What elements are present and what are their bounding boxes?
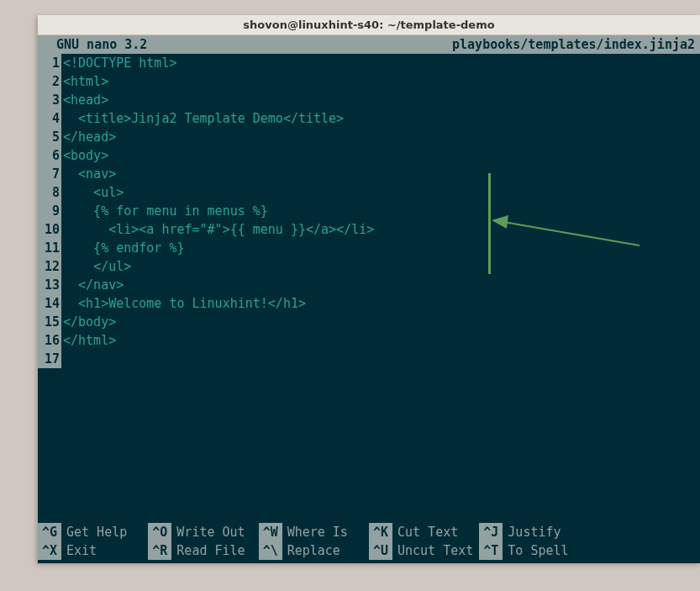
line-number: 16 (38, 331, 61, 350)
shortcut-label: To Spell (503, 541, 568, 560)
line-number: 9 (38, 202, 61, 220)
code-line[interactable]: 1<!DOCTYPE html> (38, 54, 700, 72)
code-text: {% endfor %} (61, 239, 185, 257)
code-text: <title>Jinja2 Template Demo</title> (61, 109, 344, 128)
shortcut-key: ^R (148, 541, 171, 560)
shortcut-label: Justify (503, 523, 561, 541)
line-number: 12 (38, 257, 61, 276)
code-text: {% for menu in menus %} (61, 202, 268, 220)
code-text: </html> (61, 331, 116, 350)
shortcut-item: ^JJustify (479, 523, 589, 541)
code-text: <body> (61, 146, 108, 165)
code-text: <html> (61, 72, 108, 91)
code-text (61, 350, 63, 368)
shortcut-key: ^U (369, 541, 392, 560)
line-number: 2 (38, 72, 61, 91)
shortcut-item: ^UUncut Text (369, 541, 479, 560)
shortcut-key: ^\ (259, 541, 282, 560)
line-number: 17 (38, 350, 61, 368)
editor-area[interactable]: 1<!DOCTYPE html>2<html>3<head>4 <title>J… (38, 54, 700, 523)
code-line[interactable]: 13 </nav> (38, 276, 700, 294)
shortcut-item: ^GGet Help (38, 523, 148, 541)
line-number: 5 (38, 128, 61, 146)
terminal-window: shovon@linuxhint-s40: ~/template-demo GN… (38, 15, 700, 563)
shortcut-item: ^OWrite Out (148, 523, 258, 541)
line-number: 7 (38, 165, 61, 183)
window-title: shovon@linuxhint-s40: ~/template-demo (243, 18, 494, 31)
shortcut-item: ^XExit (38, 541, 148, 560)
code-line[interactable]: 9 {% for menu in menus %} (38, 202, 700, 220)
window-titlebar: shovon@linuxhint-s40: ~/template-demo (38, 15, 700, 35)
shortcut-label: Read File (171, 541, 245, 560)
shortcut-key: ^W (259, 523, 282, 541)
shortcut-label: Write Out (171, 523, 245, 541)
code-text: </body> (61, 313, 116, 331)
code-line[interactable]: 6<body> (38, 146, 700, 165)
shortcut-key: ^J (479, 523, 503, 541)
shortcut-bar: ^GGet Help^OWrite Out^WWhere Is^KCut Tex… (38, 523, 700, 560)
line-number: 6 (38, 146, 61, 165)
code-text: </ul> (61, 257, 131, 276)
shortcut-label: Get Help (61, 523, 127, 541)
shortcut-label: Exit (61, 541, 97, 560)
shortcut-item: ^KCut Text (369, 523, 479, 541)
shortcut-item: ^\Replace (259, 541, 369, 560)
code-text: <ul> (61, 183, 124, 202)
code-line[interactable]: 3<head> (38, 91, 700, 109)
code-text: </nav> (61, 276, 124, 294)
code-text: <h1>Welcome to Linuxhint!</h1> (61, 294, 306, 313)
line-number: 8 (38, 183, 61, 202)
code-line[interactable]: 7 <nav> (38, 165, 700, 183)
code-text: <!DOCTYPE html> (61, 54, 176, 72)
shortcut-item: ^RRead File (148, 541, 258, 560)
line-number: 1 (38, 54, 61, 72)
line-number: 4 (38, 109, 61, 128)
nano-app-name: GNU nano 3.2 (38, 35, 147, 54)
code-text: </head> (61, 128, 116, 146)
line-number: 15 (38, 313, 61, 331)
shortcut-label: Where Is (282, 523, 348, 541)
code-line[interactable]: 2<html> (38, 72, 700, 91)
code-line[interactable]: 4 <title>Jinja2 Template Demo</title> (38, 109, 700, 128)
code-line[interactable]: 10 <li><a href="#">{{ menu }}</a></li> (38, 220, 700, 239)
code-line[interactable]: 16</html> (38, 331, 700, 350)
shortcut-label: Cut Text (392, 523, 458, 541)
code-text: <li><a href="#">{{ menu }}</a></li> (61, 220, 374, 239)
line-number: 14 (38, 294, 61, 313)
shortcut-key: ^X (38, 541, 61, 560)
shortcut-key: ^T (479, 541, 503, 560)
shortcut-item: ^WWhere Is (259, 523, 369, 541)
shortcut-key: ^G (38, 523, 61, 541)
code-text: <head> (61, 91, 108, 109)
code-line[interactable]: 11 {% endfor %} (38, 239, 700, 257)
shortcut-item: ^TTo Spell (479, 541, 589, 560)
nano-header: GNU nano 3.2 playbooks/templates/index.j… (38, 35, 700, 54)
code-line[interactable]: 5</head> (38, 128, 700, 146)
line-number: 3 (38, 91, 61, 109)
shortcut-label: Replace (282, 541, 340, 560)
line-number: 11 (38, 239, 61, 257)
shortcut-key: ^K (369, 523, 392, 541)
shortcut-key: ^O (148, 523, 171, 541)
shortcut-label: Uncut Text (392, 541, 473, 560)
line-number: 10 (38, 220, 61, 239)
code-line[interactable]: 15</body> (38, 313, 700, 331)
line-number: 13 (38, 276, 61, 294)
code-line[interactable]: 17 (38, 350, 700, 368)
nano-file-path: playbooks/templates/index.jinja2 (147, 35, 700, 54)
code-line[interactable]: 14 <h1>Welcome to Linuxhint!</h1> (38, 294, 700, 313)
code-line[interactable]: 8 <ul> (38, 183, 700, 202)
code-text: <nav> (61, 165, 116, 183)
code-line[interactable]: 12 </ul> (38, 257, 700, 276)
